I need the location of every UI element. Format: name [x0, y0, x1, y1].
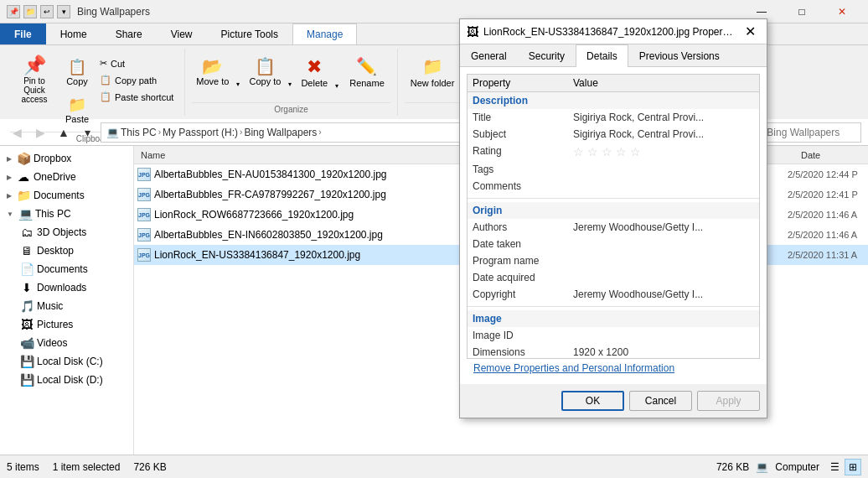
copy-icon: 📋	[68, 58, 86, 76]
delete-icon: ✖	[307, 56, 322, 78]
back-button[interactable]: ◀	[7, 122, 27, 143]
apply-button[interactable]: Apply	[697, 391, 760, 411]
move-to-arrow[interactable]: ▾	[233, 52, 243, 91]
pin-to-quick-access-button[interactable]: 📌 Pin to Quick access	[10, 52, 59, 108]
3dobjects-icon: 🗂	[20, 226, 34, 239]
paste-shortcut-button[interactable]: 📋 Paste shortcut	[96, 89, 178, 105]
thispc-icon: 💻	[18, 207, 32, 221]
copy-path-button[interactable]: 📋 Copy path	[96, 72, 178, 88]
move-to-button-group: 📂 Move to ▾	[192, 52, 243, 91]
recent-button[interactable]: ▾	[77, 122, 97, 143]
rename-icon: ✏️	[356, 56, 377, 76]
breadcrumb-thispc[interactable]: This PC	[121, 127, 157, 138]
forward-button[interactable]: ▶	[30, 122, 50, 143]
status-left: 5 items 1 item selected 726 KB	[7, 461, 703, 473]
prop-date-taken: Date taken	[468, 236, 759, 252]
tab-file[interactable]: File	[0, 23, 46, 44]
dialog-close-button[interactable]: ✕	[740, 22, 760, 42]
large-icons-button[interactable]: ⊞	[845, 459, 861, 475]
details-view-button[interactable]: ☰	[826, 459, 843, 475]
properties-dialog: 🖼 LionRock_EN-US3384136847_1920x1200.jpg…	[459, 18, 767, 418]
move-to-button[interactable]: 📂 Move to	[192, 52, 233, 91]
dialog-title-bar: 🖼 LionRock_EN-US3384136847_1920x1200.jpg…	[460, 19, 767, 44]
file-size: 726 KB	[133, 461, 166, 473]
file-icon-4: JPG	[137, 248, 151, 262]
sidebar-item-documents-root[interactable]: ▶ 📁 Documents	[0, 186, 133, 205]
delete-arrow[interactable]: ▾	[332, 52, 342, 92]
status-right-size: 726 KB	[716, 461, 749, 473]
desktop-icon: 🖥	[20, 244, 34, 257]
status-bar: 5 items 1 item selected 726 KB 726 KB 💻 …	[0, 455, 868, 478]
cut-button[interactable]: ✂ Cut	[96, 55, 178, 71]
copy-to-arrow[interactable]: ▾	[285, 52, 295, 91]
col-date-header[interactable]: Date	[798, 150, 865, 160]
tab-share[interactable]: Share	[101, 23, 157, 44]
selected-count: 1 item selected	[53, 461, 121, 473]
tab-picture-tools[interactable]: Picture Tools	[207, 23, 292, 44]
sidebar-item-local-c[interactable]: 💾 Local Disk (C:)	[0, 352, 133, 371]
breadcrumb-icon: 💻	[106, 127, 119, 138]
props-scroll[interactable]: Property Value Description TitleSigiriya…	[467, 74, 760, 359]
sidebar-item-documents[interactable]: 📄 Documents	[0, 260, 133, 278]
dialog-tab-previous-versions[interactable]: Previous Versions	[628, 44, 731, 67]
undo-icon: ↩	[40, 5, 54, 18]
new-folder-button[interactable]: 📁 New folder	[405, 52, 461, 92]
sidebar-item-pictures[interactable]: 🖼 Pictures	[0, 315, 133, 334]
clipboard-small-buttons: ✂ Cut 📋 Copy path 📋 Paste shortcut	[96, 55, 178, 105]
sidebar-item-videos[interactable]: 📹 Videos	[0, 334, 133, 352]
item-count: 5 items	[7, 461, 39, 473]
value-col-header: Value	[568, 75, 759, 92]
sidebar-item-3dobjects[interactable]: 🗂 3D Objects	[0, 223, 133, 242]
star-rating[interactable]: ☆ ☆ ☆ ☆ ☆	[573, 145, 641, 158]
tab-view[interactable]: View	[157, 23, 207, 44]
documents-icon: 📄	[20, 262, 34, 276]
dropdown-icon[interactable]: ▾	[57, 5, 70, 18]
cut-icon: ✂	[100, 58, 107, 69]
new-folder-icon: 📁	[23, 5, 37, 18]
dialog-footer: OK Cancel Apply	[460, 384, 767, 418]
cancel-button[interactable]: Cancel	[629, 391, 692, 411]
prop-title: TitleSigiriya Rock, Central Provi...	[468, 109, 759, 126]
sidebar-item-downloads[interactable]: ⬇ Downloads	[0, 278, 133, 297]
dialog-title-icon: 🖼	[467, 25, 478, 39]
delete-button[interactable]: ✖ Delete	[297, 52, 332, 92]
music-icon: 🎵	[20, 299, 34, 313]
title-bar-icons: 📌 📁 ↩ ▾	[7, 5, 70, 18]
copy-button[interactable]: 📋 Copy	[60, 54, 94, 91]
property-col-header: Property	[468, 75, 568, 92]
file-icon-0: JPG	[137, 168, 151, 181]
tab-manage[interactable]: Manage	[292, 23, 357, 44]
videos-icon: 📹	[20, 336, 34, 350]
paste-shortcut-icon: 📋	[100, 91, 111, 102]
close-button[interactable]: ✕	[823, 0, 861, 23]
sidebar-item-desktop[interactable]: 🖥 Desktop	[0, 242, 133, 260]
sidebar-item-thispc[interactable]: ▼ 💻 This PC	[0, 205, 133, 223]
sidebar-item-onedrive[interactable]: ▶ ☁ OneDrive	[0, 168, 133, 186]
sidebar-item-dropbox[interactable]: ▶ 📦 Dropbox	[0, 149, 133, 168]
remove-properties-link[interactable]: Remove Properties and Personal Informati…	[467, 359, 760, 377]
move-icon: 📂	[202, 56, 223, 76]
prop-dimensions: Dimensions1920 x 1200	[468, 344, 759, 359]
breadcrumb-bingwallpapers[interactable]: Bing Wallpapers	[244, 127, 317, 138]
prop-image-id: Image ID	[468, 327, 759, 344]
quick-access-icon: 📌	[7, 5, 20, 18]
sidebar-item-music[interactable]: 🎵 Music	[0, 297, 133, 315]
rename-button[interactable]: ✏️ Rename	[344, 52, 390, 92]
dialog-title-text: LionRock_EN-US3384136847_1920x1200.jpg P…	[483, 26, 735, 38]
dialog-tab-security[interactable]: Security	[518, 44, 576, 67]
tab-home[interactable]: Home	[46, 23, 101, 44]
up-button[interactable]: ▲	[54, 122, 74, 143]
maximize-button[interactable]: □	[783, 0, 821, 23]
dialog-tab-general[interactable]: General	[460, 44, 518, 67]
copy-to-button[interactable]: 📋 Copy to	[245, 52, 285, 91]
copy-to-icon: 📋	[255, 56, 276, 76]
ok-button[interactable]: OK	[561, 391, 624, 411]
local-d-icon: 💾	[20, 373, 34, 387]
sidebar-item-local-d[interactable]: 💾 Local Disk (D:)	[0, 371, 133, 389]
breadcrumb-mypassport[interactable]: My Passport (H:)	[163, 127, 238, 138]
props-table: Property Value Description TitleSigiriya…	[468, 75, 759, 359]
clipboard-buttons: 📌 Pin to Quick access 📋 Copy 📁 Paste	[10, 49, 178, 132]
dialog-tab-details[interactable]: Details	[576, 44, 628, 67]
prop-rating: Rating☆ ☆ ☆ ☆ ☆	[468, 143, 759, 161]
sidebar: ▶ 📦 Dropbox ▶ ☁ OneDrive ▶ 📁 Documents ▼…	[0, 146, 134, 455]
